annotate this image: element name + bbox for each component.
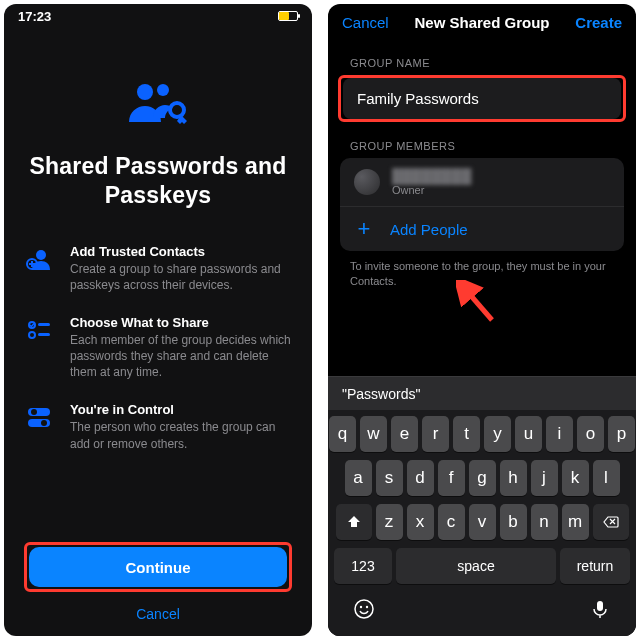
feature-item: Add Trusted Contacts Create a group to s… xyxy=(24,244,292,293)
group-name-input[interactable] xyxy=(343,78,621,119)
feature-title: You're in Control xyxy=(70,402,292,417)
keyboard: "Passwords" qwertyuiop asdfghjkl zxcvbnm… xyxy=(328,376,636,636)
invite-hint: To invite someone to the group, they mus… xyxy=(328,251,636,289)
key-x[interactable]: x xyxy=(407,504,434,540)
group-name-label: GROUP NAME xyxy=(328,39,636,75)
svg-point-7 xyxy=(29,332,35,338)
key-u[interactable]: u xyxy=(515,416,542,452)
key-n[interactable]: n xyxy=(531,504,558,540)
emoji-key[interactable] xyxy=(353,598,375,624)
svg-point-3 xyxy=(36,250,46,260)
member-role: Owner xyxy=(392,184,471,196)
key-e[interactable]: e xyxy=(391,416,418,452)
feature-desc: Create a group to share passwords and pa… xyxy=(70,261,292,293)
svg-point-10 xyxy=(31,409,37,415)
svg-rect-6 xyxy=(38,323,50,326)
numbers-key[interactable]: 123 xyxy=(334,548,392,584)
highlight-group-name xyxy=(338,75,626,122)
key-q[interactable]: q xyxy=(329,416,356,452)
keyboard-suggestion[interactable]: "Passwords" xyxy=(328,376,636,410)
key-b[interactable]: b xyxy=(500,504,527,540)
status-bar: 17:23 xyxy=(4,4,312,28)
svg-point-2 xyxy=(170,103,184,117)
nav-bar: Cancel New Shared Group Create xyxy=(328,4,636,39)
highlight-continue: Continue xyxy=(24,542,292,592)
feature-title: Add Trusted Contacts xyxy=(70,244,292,259)
battery-icon xyxy=(278,11,298,21)
avatar xyxy=(354,169,380,195)
key-w[interactable]: w xyxy=(360,416,387,452)
new-group-screen: Cancel New Shared Group Create GROUP NAM… xyxy=(328,4,636,636)
svg-point-14 xyxy=(360,606,362,608)
key-t[interactable]: t xyxy=(453,416,480,452)
key-o[interactable]: o xyxy=(577,416,604,452)
plus-icon: + xyxy=(354,219,374,239)
return-key[interactable]: return xyxy=(560,548,630,584)
svg-point-13 xyxy=(355,600,373,618)
member-name: ████████ xyxy=(392,168,471,184)
svg-point-12 xyxy=(41,420,47,426)
key-v[interactable]: v xyxy=(469,504,496,540)
key-z[interactable]: z xyxy=(376,504,403,540)
key-d[interactable]: d xyxy=(407,460,434,496)
status-time: 17:23 xyxy=(18,9,278,24)
svg-point-0 xyxy=(137,84,153,100)
feature-item: Choose What to Share Each member of the … xyxy=(24,315,292,381)
cancel-button[interactable]: Cancel xyxy=(24,606,292,622)
nav-cancel-button[interactable]: Cancel xyxy=(342,14,389,31)
svg-rect-8 xyxy=(38,333,50,336)
key-f[interactable]: f xyxy=(438,460,465,496)
toggle-icon xyxy=(24,402,54,451)
key-m[interactable]: m xyxy=(562,504,589,540)
svg-rect-16 xyxy=(597,601,603,611)
people-key-icon xyxy=(123,80,193,130)
member-row-owner: ████████ Owner xyxy=(340,158,624,207)
key-r[interactable]: r xyxy=(422,416,449,452)
feature-desc: The person who creates the group can add… xyxy=(70,419,292,451)
feature-item: You're in Control The person who creates… xyxy=(24,402,292,451)
intro-screen: 17:23 Shared Passwords and Passkeys Add … xyxy=(4,4,312,636)
add-contact-icon xyxy=(24,244,54,293)
checklist-icon xyxy=(24,315,54,381)
page-title: Shared Passwords and Passkeys xyxy=(4,152,312,210)
key-h[interactable]: h xyxy=(500,460,527,496)
key-p[interactable]: p xyxy=(608,416,635,452)
key-i[interactable]: i xyxy=(546,416,573,452)
key-c[interactable]: c xyxy=(438,504,465,540)
nav-title: New Shared Group xyxy=(414,14,549,31)
continue-button[interactable]: Continue xyxy=(29,547,287,587)
key-k[interactable]: k xyxy=(562,460,589,496)
key-j[interactable]: j xyxy=(531,460,558,496)
space-key[interactable]: space xyxy=(396,548,556,584)
group-members-card: ████████ Owner + Add People xyxy=(340,158,624,251)
key-s[interactable]: s xyxy=(376,460,403,496)
feature-desc: Each member of the group decides which p… xyxy=(70,332,292,381)
svg-point-1 xyxy=(157,84,169,96)
backspace-key[interactable] xyxy=(593,504,629,540)
key-a[interactable]: a xyxy=(345,460,372,496)
dictation-key[interactable] xyxy=(589,598,611,624)
shift-key[interactable] xyxy=(336,504,372,540)
add-people-button[interactable]: + Add People xyxy=(340,207,624,251)
key-l[interactable]: l xyxy=(593,460,620,496)
status-icons xyxy=(278,11,298,21)
add-people-label: Add People xyxy=(390,221,468,238)
nav-create-button[interactable]: Create xyxy=(575,14,622,31)
group-members-label: GROUP MEMBERS xyxy=(328,122,636,158)
key-g[interactable]: g xyxy=(469,460,496,496)
feature-title: Choose What to Share xyxy=(70,315,292,330)
feature-list: Add Trusted Contacts Create a group to s… xyxy=(4,244,312,452)
svg-point-15 xyxy=(366,606,368,608)
key-y[interactable]: y xyxy=(484,416,511,452)
